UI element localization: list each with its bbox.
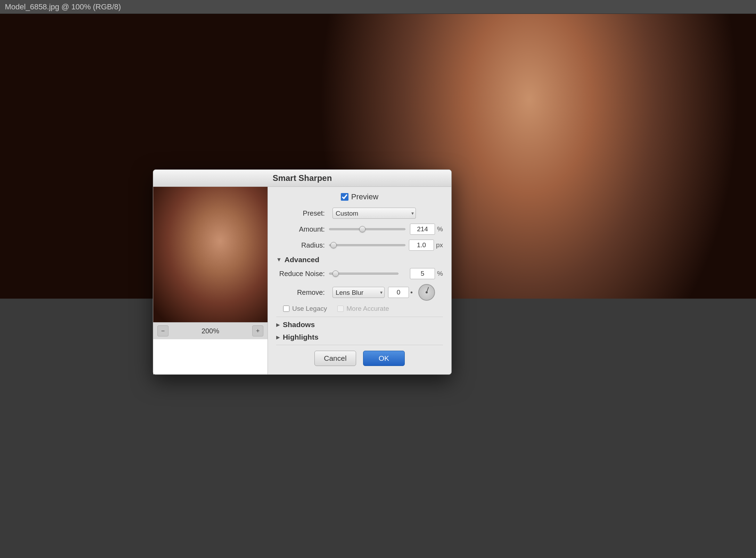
preview-checkbox[interactable] bbox=[341, 193, 348, 201]
preset-select-wrapper: Custom Default Sharpen High Sharpen Low bbox=[329, 208, 416, 219]
preset-select[interactable]: Custom Default Sharpen High Sharpen Low bbox=[332, 208, 416, 219]
advanced-section-title: Advanced bbox=[285, 256, 319, 264]
reduce-noise-label: Reduce Noise: bbox=[276, 270, 325, 278]
cancel-button[interactable]: Cancel bbox=[314, 351, 356, 366]
reduce-noise-slider[interactable] bbox=[329, 273, 398, 275]
zoom-level-display: 200% bbox=[202, 327, 219, 335]
highlights-triangle-icon: ▶ bbox=[276, 334, 280, 340]
advanced-triangle-icon: ▼ bbox=[276, 257, 282, 263]
preview-image[interactable] bbox=[153, 187, 268, 322]
radius-row: Radius: 1.0 px bbox=[276, 240, 443, 251]
reduce-noise-row: Reduce Noise: 5 % bbox=[276, 268, 443, 279]
remove-row: Remove: Gaussian Blur Lens Blur Motion B… bbox=[276, 284, 443, 301]
more-accurate-item: More Accurate bbox=[337, 305, 389, 313]
dialog-titlebar: Smart Sharpen bbox=[153, 170, 451, 187]
noise-slider-container bbox=[329, 273, 406, 275]
amount-label: Amount: bbox=[276, 225, 325, 233]
titlebar: Model_6858.jpg @ 100% (RGB/8) bbox=[0, 0, 756, 14]
dialog-title: Smart Sharpen bbox=[273, 173, 332, 183]
dialog-content: − 200% + Preview Preset: Custom bbox=[153, 187, 451, 374]
shadows-section[interactable]: ▶ Shadows bbox=[276, 320, 443, 330]
highlights-section[interactable]: ▶ Highlights bbox=[276, 332, 443, 342]
zoom-out-button[interactable]: − bbox=[157, 325, 169, 336]
ok-button[interactable]: OK bbox=[363, 351, 405, 366]
remove-select[interactable]: Gaussian Blur Lens Blur Motion Blur bbox=[332, 287, 385, 298]
more-accurate-label: More Accurate bbox=[346, 305, 389, 313]
use-legacy-checkbox[interactable] bbox=[283, 306, 289, 312]
shadows-triangle-icon: ▶ bbox=[276, 322, 280, 327]
use-legacy-label: Use Legacy bbox=[292, 305, 327, 313]
shadows-label: Shadows bbox=[283, 320, 315, 329]
preset-row: Preset: Custom Default Sharpen High Shar… bbox=[276, 208, 443, 219]
zoom-in-button[interactable]: + bbox=[252, 325, 263, 336]
radius-unit: px bbox=[436, 241, 443, 249]
amount-input[interactable]: 214 bbox=[410, 224, 435, 235]
divider-1 bbox=[276, 317, 443, 317]
preset-label: Preset: bbox=[276, 209, 325, 217]
angle-dial[interactable] bbox=[418, 284, 435, 301]
angle-separator: • bbox=[410, 289, 413, 297]
divider-2 bbox=[276, 345, 443, 345]
remove-label: Remove: bbox=[276, 289, 325, 297]
controls-panel: Preview Preset: Custom Default Sharpen H… bbox=[268, 187, 451, 374]
more-accurate-checkbox[interactable] bbox=[337, 306, 344, 312]
titlebar-title: Model_6858.jpg @ 100% (RGB/8) bbox=[5, 2, 121, 11]
radius-label: Radius: bbox=[276, 241, 325, 249]
preview-panel: − 200% + bbox=[153, 187, 268, 374]
reduce-noise-unit: % bbox=[437, 270, 443, 277]
dial-dot bbox=[426, 291, 428, 293]
amount-row: Amount: 214 % bbox=[276, 224, 443, 235]
preview-row: Preview bbox=[276, 192, 443, 201]
advanced-section-header[interactable]: ▼ Advanced bbox=[276, 256, 443, 264]
radius-slider[interactable] bbox=[329, 244, 405, 246]
button-row: Cancel OK bbox=[276, 351, 443, 367]
remove-select-wrapper: Gaussian Blur Lens Blur Motion Blur bbox=[329, 287, 385, 298]
highlights-label: Highlights bbox=[283, 333, 319, 341]
smart-sharpen-dialog: Smart Sharpen − 200% + Preview bbox=[153, 169, 452, 375]
use-legacy-item: Use Legacy bbox=[283, 305, 327, 313]
radius-slider-container bbox=[329, 244, 405, 246]
amount-slider-container bbox=[329, 228, 406, 230]
preview-footer: − 200% + bbox=[153, 322, 268, 339]
preview-label: Preview bbox=[351, 192, 378, 201]
amount-unit: % bbox=[437, 225, 443, 233]
reduce-noise-input[interactable]: 5 bbox=[410, 268, 435, 279]
radius-input[interactable]: 1.0 bbox=[409, 240, 434, 251]
amount-slider[interactable] bbox=[329, 228, 405, 230]
options-row: Use Legacy More Accurate bbox=[283, 305, 443, 313]
angle-input[interactable]: 0 bbox=[388, 287, 409, 298]
